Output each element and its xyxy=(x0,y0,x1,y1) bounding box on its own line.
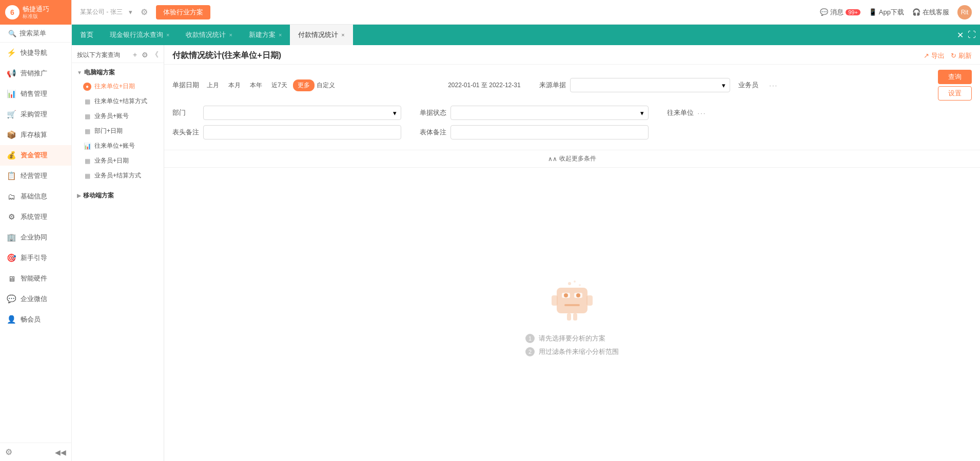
empty-tips: 1 请先选择要分析的方案 2 用过滤条件来缩小分析范围 xyxy=(525,334,619,356)
sidebar-item-guide[interactable]: 🎯 新手引导 xyxy=(0,248,71,268)
sidebar-item-purchase[interactable]: 🛒 采购管理 xyxy=(0,104,71,125)
tabbar: 首页 现金银行流水查询 × 收款情况统计 × 新建方案 × 付款情况统计 × ✕… xyxy=(72,25,980,45)
salesman-label: 业务员 xyxy=(738,81,769,90)
scheme-item-counterpart-date[interactable]: ● 往来单位+日期 xyxy=(72,79,164,94)
app-download-btn[interactable]: 📱 App下载 xyxy=(869,8,904,17)
weixin-icon: 💬 xyxy=(6,294,16,304)
message-btn[interactable]: 💬 消息 99+ xyxy=(820,8,860,17)
scheme-item-dept-date[interactable]: ▦ 部门+日期 xyxy=(72,124,164,138)
sidebar-item-marketing[interactable]: 📢 营销推广 xyxy=(0,63,71,84)
avatar[interactable]: Rit xyxy=(957,5,972,19)
sidebar-item-member[interactable]: 👤 畅会员 xyxy=(0,309,71,330)
sidebar-item-weixin[interactable]: 💬 企业微信 xyxy=(0,289,71,309)
tab-new-scheme[interactable]: 新建方案 × xyxy=(241,25,290,45)
scheme-item-salesman-date[interactable]: ▦ 业务员+日期 xyxy=(72,153,164,168)
sidebar-settings-icon[interactable]: ⚙ xyxy=(5,447,12,457)
dept-label: 部门 xyxy=(172,108,203,117)
collapse-more-btn[interactable]: ∧∧ 收起更多条件 xyxy=(164,150,980,168)
quick-nav-icon: ⚡ xyxy=(6,48,16,58)
settings-btn[interactable]: 设置 xyxy=(938,86,972,101)
sidebar-item-sales[interactable]: 📊 销售管理 xyxy=(0,84,71,104)
scheme-panel: 按以下方案查询 ＋ ⚙ 《 ▼ 电脑端方案 ● 往来单位+日期 ▦ xyxy=(72,45,164,461)
settings-icon[interactable]: ⚙ xyxy=(141,7,148,17)
sidebar-item-hardware[interactable]: 🖥 智能硬件 xyxy=(0,268,71,289)
last-month-btn[interactable]: 上月 xyxy=(203,79,223,91)
tab-payment-stats[interactable]: 付款情况统计 × xyxy=(290,25,352,45)
table-header-note-label: 表头备注 xyxy=(172,128,203,137)
sidebar-item-enterprise[interactable]: 🏢 企业协同 xyxy=(0,227,71,248)
close-all-tabs-icon[interactable]: ✕ xyxy=(957,30,964,40)
tabbar-actions: ✕ ⛶ xyxy=(957,30,980,40)
empty-tip-2: 2 用过滤条件来缩小分析范围 xyxy=(525,347,619,356)
tab-close-new-scheme[interactable]: × xyxy=(279,32,282,38)
this-month-btn[interactable]: 本月 xyxy=(225,79,244,91)
dept-select[interactable]: ▾ xyxy=(203,106,401,120)
search-icon: 🔍 xyxy=(8,30,16,37)
sidebar-item-quick-nav[interactable]: ⚡ 快捷导航 xyxy=(0,43,71,63)
add-scheme-icon[interactable]: ＋ xyxy=(131,50,139,59)
member-icon: 👤 xyxy=(6,314,16,325)
tab-close-receipts-stats[interactable]: × xyxy=(229,32,232,38)
scheme-item-salesman-account[interactable]: ▦ 业务员+账号 xyxy=(72,109,164,124)
source-bill-field: 来源单据 ▾ xyxy=(539,78,731,92)
bill-status-dropdown-icon: ▾ xyxy=(640,109,644,117)
main: 某某公司 - 张三 ▾ ⚙ 体验行业方案 💬 消息 99+ 📱 App下载 🎧 … xyxy=(72,0,980,461)
desktop-section-title[interactable]: ▼ 电脑端方案 xyxy=(72,66,164,79)
sidebar-item-inventory[interactable]: 📦 库存核算 xyxy=(0,125,71,145)
collapse-scheme-icon[interactable]: 《 xyxy=(151,50,159,59)
last-7days-btn[interactable]: 近7天 xyxy=(268,79,291,91)
salesman-dots-btn[interactable]: ··· xyxy=(769,82,778,89)
export-btn[interactable]: ↗ 导出 xyxy=(924,51,945,61)
finance-icon: 💰 xyxy=(6,150,16,161)
trial-btn[interactable]: 体验行业方案 xyxy=(156,5,210,19)
sidebar-item-finance[interactable]: 💰 资金管理 xyxy=(0,145,71,166)
expand-icon[interactable]: ⛶ xyxy=(968,30,976,39)
sidebar-item-basic-info[interactable]: 🗂 基础信息 xyxy=(0,186,71,207)
tab-home[interactable]: 首页 xyxy=(72,25,102,45)
refresh-btn[interactable]: ↻ 刷新 xyxy=(951,51,972,61)
table-body-note-input[interactable] xyxy=(450,125,649,139)
bill-status-select[interactable]: ▾ xyxy=(450,106,649,120)
topbar-left: 某某公司 - 张三 ▾ ⚙ 体验行业方案 xyxy=(80,5,210,19)
company-dropdown-icon[interactable]: ▾ xyxy=(129,8,132,16)
mobile-section-title[interactable]: ▶ 移动端方案 xyxy=(72,189,164,202)
filter-row-1: 单据日期 上月 本月 本年 近7天 更多 自定义 xyxy=(172,70,972,101)
filter-area: 付款情况统计(往来单位+日期) ↗ 导出 ↻ 刷新 单 xyxy=(164,45,980,461)
table-header-note-input[interactable] xyxy=(203,125,401,139)
export-icon: ↗ xyxy=(924,52,929,59)
counterpart-dots-btn[interactable]: ··· xyxy=(698,109,707,117)
date-shortcuts: 上月 本月 本年 近7天 更多 自定义 xyxy=(203,79,335,91)
sidebar-item-system[interactable]: ⚙ 系统管理 xyxy=(0,207,71,227)
scheme-panel-icons: ＋ ⚙ 《 xyxy=(131,50,159,59)
service-icon: 🎧 xyxy=(912,8,920,16)
tab-bank-flow[interactable]: 现金银行流水查询 × xyxy=(102,25,178,45)
mobile-arrow-icon: ▶ xyxy=(77,193,81,198)
scheme-item-counterpart-payment[interactable]: ▦ 往来单位+结算方式 xyxy=(72,94,164,109)
empty-illustration xyxy=(541,272,603,324)
page-content: 按以下方案查询 ＋ ⚙ 《 ▼ 电脑端方案 ● 往来单位+日期 ▦ xyxy=(72,45,980,461)
sidebar: 6 畅捷通巧 标准版 🔍 搜索菜单 ⚡ 快捷导航 📢 营销推广 📊 销售管理 🛒… xyxy=(0,0,72,461)
query-btn[interactable]: 查询 xyxy=(938,70,972,84)
sidebar-collapse-icon[interactable]: ◀◀ xyxy=(55,448,66,456)
online-service-btn[interactable]: 🎧 在线客服 xyxy=(912,8,949,17)
basic-info-icon: 🗂 xyxy=(6,191,16,202)
scheme-item-counterpart-account[interactable]: 📊 往来单位+账号 xyxy=(72,138,164,153)
tab-close-payment-stats[interactable]: × xyxy=(341,32,344,38)
mobile-schemes-section: ▶ 移动端方案 xyxy=(72,186,164,205)
manage-scheme-icon[interactable]: ⚙ xyxy=(142,51,148,59)
counterpart-date-icon: ● xyxy=(83,83,91,91)
header-actions: ↗ 导出 ↻ 刷新 xyxy=(924,51,972,61)
bill-status-field: 单据状态 ▾ xyxy=(420,106,649,120)
this-year-btn[interactable]: 本年 xyxy=(246,79,266,91)
sidebar-item-operations[interactable]: 📋 经营管理 xyxy=(0,166,71,186)
tab-receipts-stats[interactable]: 收款情况统计 × xyxy=(178,25,240,45)
svg-rect-2 xyxy=(586,295,593,306)
enterprise-icon: 🏢 xyxy=(6,232,16,243)
scheme-item-salesman-payment[interactable]: ▦ 业务员+结算方式 xyxy=(72,168,164,183)
svg-rect-9 xyxy=(573,313,577,320)
search-menu[interactable]: 🔍 搜索菜单 xyxy=(0,25,71,43)
tab-close-bank-flow[interactable]: × xyxy=(166,32,169,38)
more-btn[interactable]: 更多 xyxy=(293,79,315,91)
source-bill-select[interactable]: ▾ xyxy=(570,78,731,92)
svg-rect-7 xyxy=(564,304,580,306)
